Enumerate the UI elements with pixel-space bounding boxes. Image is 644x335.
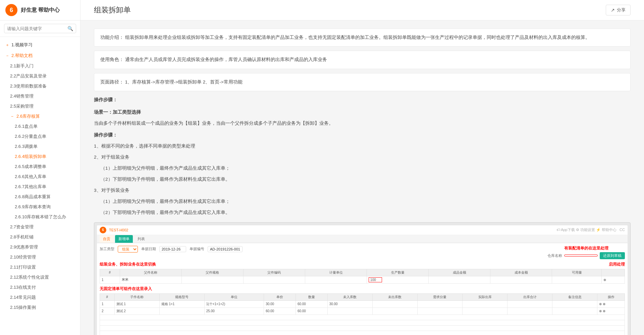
step3: 3、对于拆装业务 bbox=[94, 186, 631, 195]
col-unit: 计量单位 bbox=[305, 269, 367, 276]
table-row bbox=[100, 331, 625, 335]
step2-2: （2）下部明细为子件明细，最终作为原材料生成其它出库单。 bbox=[94, 175, 631, 184]
sidebar-item-cost-recalc[interactable]: 2.6.8商品成本重算 bbox=[0, 192, 80, 202]
step2-1: （1）上部明细为父件明细，最终作为产成品生成其它入库单； bbox=[94, 164, 631, 173]
sidebar-item-ledger-fix[interactable]: 2.6.10库存账本错了怎么办 bbox=[0, 212, 80, 222]
sidebar-item-capital[interactable]: 2.7资金管理 bbox=[0, 222, 80, 232]
table-row bbox=[100, 325, 625, 331]
mock-bill-label: 单据编号 bbox=[190, 246, 204, 252]
screenshot-inner: 6 TEST-H002 🏷 App下载 ⚙ 功能设置 ⚡ 帮助中心 CC 自贡 … bbox=[97, 225, 628, 335]
page-title: 组装拆卸单 bbox=[94, 5, 131, 15]
sidebar-item-sales[interactable]: 2.4销售管理 bbox=[0, 91, 80, 101]
ops-steps-title: 操作步骤： bbox=[94, 130, 631, 139]
mock-annotation3: 启用处理 bbox=[609, 262, 625, 267]
sidebar-item-cases[interactable]: 2.15操作案例 bbox=[0, 302, 80, 313]
sidebar-item-ledger-query[interactable]: 2.6.9库存账本查询 bbox=[0, 202, 80, 212]
sidebar-item-install[interactable]: 2.2产品安装及登录 bbox=[0, 71, 80, 81]
col-prod-amt: 成品金额 bbox=[429, 269, 490, 276]
mock-confirm-btn[interactable]: 还原到草稿 bbox=[600, 252, 625, 259]
mock-app-id: TEST-H002 bbox=[109, 228, 128, 232]
search-icon[interactable]: 🔍 bbox=[67, 26, 73, 31]
step2: 2、对于组装业务 bbox=[94, 153, 631, 162]
sidebar-item-customization[interactable]: 2.12系统个性化设置 bbox=[0, 272, 80, 282]
mock-tab-list[interactable]: 列表 bbox=[134, 235, 148, 243]
main-area: 组装拆卸单 ↗ 分享 功能介绍： 组装拆卸单用来处理企业组装或拆卸等加工业务，支… bbox=[80, 0, 644, 335]
mock-top-icons: 🏷 App下载 ⚙ 功能设置 ⚡ 帮助中心 CC bbox=[556, 227, 625, 232]
sidebar-item-cost-adjust[interactable]: 2.6.5成本调整单 bbox=[0, 162, 80, 172]
mock-tab-home: 自贡 bbox=[100, 235, 114, 243]
table-row bbox=[100, 320, 625, 325]
sidebar-item-inventory[interactable]: － 2.6库存核算 bbox=[0, 111, 80, 121]
minus-icon: － bbox=[5, 53, 9, 59]
col-ops bbox=[602, 269, 625, 276]
col-parent-name: 父件名称 bbox=[120, 269, 181, 276]
share-button[interactable]: ↗ 分享 bbox=[606, 5, 631, 15]
scene1-title: 场景一：加工类型选择 bbox=[94, 108, 631, 117]
mock-wrapper: 加工类型 组装 拆卸 单据日期 2019-12-26 单据编号 AD-20191… bbox=[100, 246, 625, 335]
step3-2: （2）下部明细为子件明细，最终作为产成品生成其它入库单。 bbox=[94, 208, 631, 217]
mock-app-bar: 6 TEST-H002 🏷 App下载 ⚙ 功能设置 ⚡ 帮助中心 CC bbox=[97, 225, 628, 235]
sidebar-item-newuser[interactable]: 2.1新手入门 bbox=[0, 61, 80, 71]
sidebar-item-online-pay[interactable]: 2.13在线支付 bbox=[0, 282, 80, 292]
step1: 1、根据不同的业务，选择不同单据的类型来处理 bbox=[94, 142, 631, 151]
mock-form-area: 加工类型 组装 拆卸 单据日期 2019-12-26 单据编号 AD-20191… bbox=[97, 243, 628, 335]
path-block: 页面路径： 1、库存核算->库存管理->组装拆卸单 2、首页->常用功能 bbox=[94, 73, 631, 91]
table-row bbox=[100, 315, 625, 320]
sidebar-item-mobile[interactable]: 2.8手机旺铺 bbox=[0, 232, 80, 242]
col-avail: 可用量 bbox=[552, 269, 602, 276]
mock-tab-new[interactable]: 新增单 bbox=[115, 235, 133, 243]
path-label: 页面路径： bbox=[100, 79, 124, 85]
mock-child-table: # 子件名称 规格型号 单位 单价 数量 未入库数 未出库数 需求分量 bbox=[100, 293, 625, 335]
intro-label: 功能介绍： bbox=[100, 35, 124, 40]
mock-warehouse-input bbox=[564, 255, 598, 257]
mock-parent-table: # 父件名称 父件规格 父件编码 计量单位 生产数量 成品金额 成本金额 可用量 bbox=[100, 269, 625, 284]
mock-bill-input: AD-20191226-001 bbox=[208, 246, 243, 252]
col-num: # bbox=[100, 269, 120, 276]
mock-warehouse-label: 仓库名称 bbox=[547, 253, 562, 258]
sidebar-item-assembly[interactable]: 2.6.4组装拆卸单 bbox=[0, 152, 80, 162]
share-icon: ↗ bbox=[611, 7, 615, 13]
brand-name: 好生意 帮助中心 bbox=[21, 7, 60, 14]
sidebar-item-stocktake[interactable]: 2.6.1盘点单 bbox=[0, 121, 80, 131]
intro-text: 组装拆卸单用来处理企业组装或拆卸等加工业务，支持有固定装配清单的产品加工业务，也… bbox=[125, 35, 590, 40]
col-parent-spec: 父件规格 bbox=[181, 269, 243, 276]
ops-title: 操作步骤： bbox=[94, 95, 631, 104]
logo-icon: 6 bbox=[5, 4, 17, 16]
table-row: 1 米米 100 bbox=[100, 276, 625, 283]
sidebar-header: 6 好生意 帮助中心 bbox=[0, 0, 80, 20]
table-row: 2 测试 2 25.00 60.00 60.00 bbox=[100, 308, 625, 315]
mock-logo: 6 bbox=[100, 227, 106, 233]
nav-tree: ＋ 1.视频学习 － 2.帮助文档 2.1新手入门 2.2产品安装及登录 2.3… bbox=[0, 37, 80, 335]
sidebar-item-video[interactable]: ＋ 1.视频学习 bbox=[0, 40, 80, 50]
role-text: 通常由生产人员或库管人员完成拆装业务的操作，库管人员确认原材料的出库和产成品的入… bbox=[125, 57, 327, 62]
role-block: 使用角色： 通常由生产人员或库管人员完成拆装业务的操作，库管人员确认原材料的出库… bbox=[94, 51, 631, 69]
sidebar-item-coupon[interactable]: 2.9优惠券管理 bbox=[0, 242, 80, 252]
sidebar-item-operations[interactable]: 2.10经营管理 bbox=[0, 252, 80, 262]
mock-date-input: 2019-12-26 bbox=[159, 246, 186, 252]
ops-section: 操作步骤： 场景一：加工类型选择 当由多个子件材料组装成一个成品的业务为【组装】… bbox=[94, 95, 631, 217]
main-header: 组装拆卸单 ↗ 分享 bbox=[80, 0, 644, 20]
sidebar-item-faq[interactable]: 2.14常见问题 bbox=[0, 292, 80, 302]
sidebar-item-other-outbound[interactable]: 2.6.7其他出库单 bbox=[0, 182, 80, 192]
mock-tab-bar: 自贡 新增单 列表 bbox=[97, 235, 628, 243]
minus-icon-sub: － bbox=[10, 113, 14, 119]
sidebar-item-print[interactable]: 2.11打印设置 bbox=[0, 262, 80, 272]
sidebar-item-prepare[interactable]: 2.3使用前数据准备 bbox=[0, 81, 80, 91]
col-cost-amt: 成本金额 bbox=[490, 269, 552, 276]
path-text: 1、库存核算->库存管理->组装拆卸单 2、首页->常用功能 bbox=[125, 79, 243, 85]
col-prod-qty: 生产数量 bbox=[367, 269, 429, 276]
sidebar-item-transfer[interactable]: 2.6.3调拨单 bbox=[0, 142, 80, 152]
sidebar-item-partial-stocktake[interactable]: 2.6.2分量盘点单 bbox=[0, 131, 80, 142]
search-area: 🔍 bbox=[0, 20, 80, 37]
mock-date-label: 单据日期 bbox=[141, 246, 156, 252]
sidebar-item-other-inbound[interactable]: 2.6.6其他入库单 bbox=[0, 172, 80, 182]
screenshot-container: 6 TEST-H002 🏷 App下载 ⚙ 功能设置 ⚡ 帮助中心 CC 自贡 … bbox=[94, 222, 631, 335]
intro-block: 功能介绍： 组装拆卸单用来处理企业组装或拆卸等加工业务，支持有固定装配清单的产品… bbox=[94, 29, 631, 47]
content-area: 功能介绍： 组装拆卸单用来处理企业组装或拆卸等加工业务，支持有固定装配清单的产品… bbox=[80, 20, 644, 335]
mock-type-select[interactable]: 组装 拆卸 bbox=[118, 246, 138, 253]
sidebar-item-purchase[interactable]: 2.5采购管理 bbox=[0, 101, 80, 111]
mock-annotation1: 有装配清单的在这里处理 bbox=[564, 246, 608, 251]
search-input[interactable] bbox=[7, 26, 67, 31]
sidebar-item-helpdesk[interactable]: － 2.帮助文档 bbox=[0, 50, 80, 61]
mock-annotation4: 无固定清单可组件在这里录入 bbox=[100, 287, 152, 291]
